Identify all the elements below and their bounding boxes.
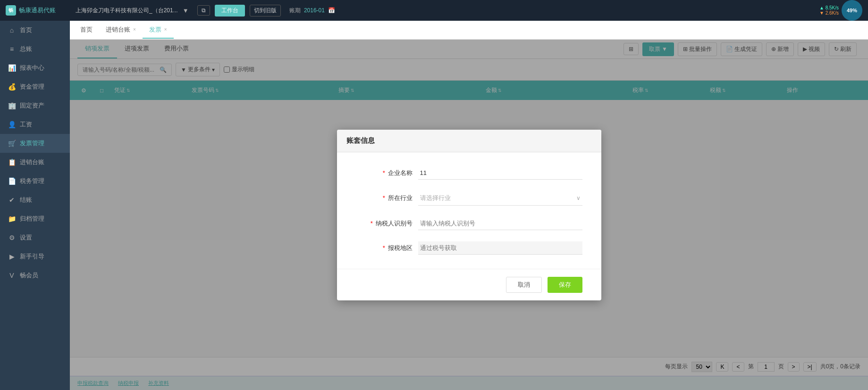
sidebar-item-sales-ledger[interactable]: 📋 进销台账 xyxy=(0,153,70,172)
sidebar-item-guide[interactable]: ▶ 新手引导 xyxy=(0,247,70,266)
period-label: 账期 2016-01 📅 xyxy=(289,7,336,15)
sales-ledger-icon: 📋 xyxy=(8,158,16,166)
modal-title: 账套信息 xyxy=(337,130,601,152)
sidebar-item-reports[interactable]: 📊 报表中心 xyxy=(0,58,70,77)
workbench-button[interactable]: 工作台 xyxy=(215,5,245,17)
sidebar-item-label: 归档管理 xyxy=(20,215,44,223)
tab-invoice[interactable]: 发票 × xyxy=(143,22,174,39)
sidebar-item-home[interactable]: ⌂ 首页 xyxy=(0,21,70,40)
sidebar-item-label: 设置 xyxy=(20,233,32,242)
settings-icon: ⚙ xyxy=(8,234,16,241)
sidebar-item-archive[interactable]: 📁 归档管理 xyxy=(0,209,70,228)
tab-home[interactable]: 首页 xyxy=(74,22,99,39)
member-icon: V xyxy=(8,272,16,279)
guide-icon: ▶ xyxy=(8,253,16,260)
chevron-down-icon: ∨ xyxy=(576,195,581,201)
sidebar-item-settle[interactable]: ✔ 结账 xyxy=(0,191,70,209)
download-speed: ▼ 2.6K/s xyxy=(819,10,839,16)
modal-body: * 企业名称 * 所在行业 请选择行业 ∨ xyxy=(337,152,601,269)
chevron-down-icon[interactable]: ▼ xyxy=(183,7,189,14)
sidebar-item-label: 资金管理 xyxy=(20,83,44,91)
company-name-input[interactable] xyxy=(418,166,582,180)
sidebar-item-label: 首页 xyxy=(20,26,32,34)
tabbar: 首页 进销台账 × 发票 × xyxy=(70,21,868,40)
form-row-industry: * 所在行业 请选择行业 ∨ xyxy=(356,191,582,206)
copy-button[interactable]: ⧉ xyxy=(197,5,210,16)
sidebar-item-label: 新手引导 xyxy=(20,252,44,261)
fixed-assets-icon: 🏢 xyxy=(8,102,16,109)
account-info-modal: 账套信息 * 企业名称 * 所在行业 xyxy=(337,130,601,300)
tab-sales-ledger[interactable]: 进销台账 × xyxy=(99,22,143,39)
modal-overlay: 账套信息 * 企业名称 * 所在行业 xyxy=(70,40,868,390)
payroll-icon: 👤 xyxy=(8,121,16,128)
tax-icon: 📄 xyxy=(8,177,16,185)
sidebar-item-settings[interactable]: ⚙ 设置 xyxy=(0,228,70,247)
topbar-right: ▲ 8.5K/s ▼ 2.6K/s 49% xyxy=(819,0,862,21)
sidebar-item-invoice[interactable]: 🛒 发票管理 xyxy=(0,134,70,153)
company-name: 上海卯金刀电子科技有限公司_（台201... xyxy=(76,7,178,15)
sidebar-item-payroll[interactable]: 👤 工资 xyxy=(0,115,70,134)
app-name: 畅康通易代账 xyxy=(19,6,56,15)
sidebar: 畅 畅康通易代账 ⌂ 首页 ≡ 总账 📊 报表中心 💰 资金管理 🏢 固定资产 … xyxy=(0,0,70,390)
network-stats: ▲ 8.5K/s ▼ 2.6K/s xyxy=(819,5,839,16)
sidebar-item-fixed-assets[interactable]: 🏢 固定资产 xyxy=(0,96,70,115)
invoice-icon: 🛒 xyxy=(8,140,16,147)
ledger-icon: ≡ xyxy=(8,45,16,53)
logo-icon: 畅 xyxy=(6,5,16,16)
upload-speed: ▲ 8.5K/s xyxy=(819,5,839,10)
sidebar-item-label: 发票管理 xyxy=(20,139,44,148)
tax-region-label: * 报税地区 xyxy=(356,244,413,252)
tax-id-input[interactable] xyxy=(418,217,582,230)
sidebar-item-label: 结账 xyxy=(20,196,32,204)
home-icon: ⌂ xyxy=(8,26,16,34)
sidebar-item-label: 工资 xyxy=(20,120,32,129)
industry-label: * 所在行业 xyxy=(356,194,413,202)
save-button[interactable]: 保存 xyxy=(548,277,582,293)
reports-icon: 📊 xyxy=(8,64,16,72)
cancel-button[interactable]: 取消 xyxy=(506,277,542,293)
company-name-label: * 企业名称 xyxy=(356,169,413,177)
sidebar-item-label: 报表中心 xyxy=(20,64,44,72)
sidebar-item-funds[interactable]: 💰 资金管理 xyxy=(0,77,70,96)
tax-region-input xyxy=(418,241,582,255)
close-sales-ledger-tab[interactable]: × xyxy=(133,27,136,32)
content-area: 销项发票 进项发票 费用小票 ⊞ 取票 ▼ ⊞ 批量操作 📄 生成凭证 ⊕ xyxy=(70,40,868,390)
sidebar-item-ledger[interactable]: ≡ 总账 xyxy=(0,40,70,58)
funds-icon: 💰 xyxy=(8,83,16,91)
switch-old-button[interactable]: 切到旧版 xyxy=(250,5,281,17)
industry-select[interactable]: 请选择行业 ∨ xyxy=(418,191,582,206)
sidebar-item-label: 税务管理 xyxy=(20,177,44,185)
settle-icon: ✔ xyxy=(8,196,16,204)
network-badge: 49% xyxy=(842,0,862,21)
sidebar-item-label: 固定资产 xyxy=(20,101,44,110)
sidebar-item-tax[interactable]: 📄 税务管理 xyxy=(0,172,70,191)
sidebar-item-member[interactable]: V 畅会员 xyxy=(0,266,70,285)
form-row-tax-region: * 报税地区 xyxy=(356,241,582,255)
form-row-company-name: * 企业名称 xyxy=(356,166,582,180)
close-invoice-tab[interactable]: × xyxy=(164,27,167,32)
topbar: 上海卯金刀电子科技有限公司_（台201... ▼ ⧉ 工作台 切到旧版 账期 2… xyxy=(70,0,868,21)
main-area: 上海卯金刀电子科技有限公司_（台201... ▼ ⧉ 工作台 切到旧版 账期 2… xyxy=(70,0,868,390)
tax-id-label: * 纳税人识别号 xyxy=(356,219,413,228)
modal-footer: 取消 保存 xyxy=(337,269,601,300)
form-row-tax-id: * 纳税人识别号 xyxy=(356,217,582,230)
app-logo: 畅 畅康通易代账 xyxy=(0,0,70,21)
sidebar-item-label: 总账 xyxy=(20,45,32,53)
archive-icon: 📁 xyxy=(8,215,16,223)
sidebar-item-label: 畅会员 xyxy=(20,271,38,280)
sidebar-item-label: 进销台账 xyxy=(20,158,44,166)
